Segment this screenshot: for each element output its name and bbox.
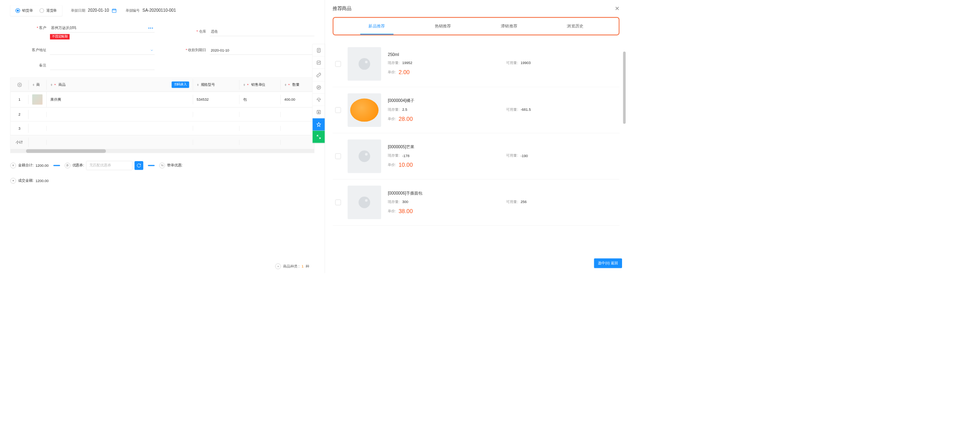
table-row[interactable]: 1 果倍爽 534532 包 400.00 (10, 92, 314, 108)
svg-point-11 (365, 199, 368, 201)
sort-icon: ▲▼ (50, 83, 53, 86)
tab-new[interactable]: 新品推荐 (344, 21, 410, 31)
svg-point-4 (317, 85, 321, 89)
col-qty[interactable]: ▲▼*数量 (281, 80, 314, 89)
field-value: SA-20200110-001 (143, 8, 176, 13)
table-header: ▲▼商 ▲▼*商品扫码录入 ▲▼规格型号 ▲▼*销售单位 ▲▼*数量 (10, 78, 314, 92)
table-row[interactable]: 3 (10, 121, 314, 135)
amount-total: ¥ 金额合计: 1200.00 (10, 163, 49, 168)
product-card[interactable]: [0000005]芒果现存量:-178可用量:-190单价:10.00 (333, 133, 619, 180)
product-checkbox[interactable] (335, 107, 341, 113)
selected-return-button[interactable]: 选中(0) 返回 (594, 258, 622, 268)
total-label: 整单优惠: (167, 163, 182, 168)
row-index: 2 (10, 110, 29, 119)
field-label: 客户地址 (10, 48, 47, 53)
deal-amount: ✦ 成交金额: 1200.00 (10, 178, 49, 184)
radio-sales-order[interactable]: 销货单 (15, 8, 33, 13)
minus-icon (148, 165, 155, 166)
product-card[interactable]: [0000006]手撕面包现存量:300可用量:256单价:38.00 (333, 179, 619, 226)
warehouse-input[interactable]: 总仓 (210, 27, 314, 36)
tab-slow[interactable]: 滞销推荐 (476, 21, 542, 31)
input-value: 苏州万达沃尔玛 (51, 26, 76, 31)
svg-point-10 (359, 197, 370, 208)
product-thumbnail (32, 94, 43, 105)
product-name: 250ml (388, 52, 617, 57)
svg-point-7 (365, 61, 368, 63)
field-label: *收款到期日 (170, 48, 206, 53)
row-spec[interactable]: 534532 (193, 95, 239, 104)
kinds-icon: ≡ (275, 263, 281, 269)
address-select[interactable] (50, 46, 155, 55)
scrollbar-thumb[interactable] (26, 149, 106, 153)
close-icon[interactable]: ✕ (615, 5, 620, 12)
product-info: [0000004]橘子现存量:2.5可用量:-681.5单价:28.00 (388, 98, 617, 122)
customer-input[interactable]: 苏州万达沃尔玛 ••• (50, 24, 155, 33)
horizontal-scrollbar[interactable] (10, 149, 314, 153)
field-label: 备注 (10, 63, 47, 68)
col-spec[interactable]: ▲▼规格型号 (193, 80, 239, 89)
scan-input-button[interactable]: 扫码录入 (172, 81, 189, 88)
yen-icon: ¥ (10, 163, 16, 168)
deal-amount-row: ✦ 成交金额: 1200.00 (10, 178, 314, 184)
panel-title: 推荐商品 (333, 5, 351, 11)
calendar-icon[interactable] (112, 8, 117, 13)
product-checkbox[interactable] (335, 199, 341, 205)
settings-header[interactable] (10, 80, 29, 89)
more-icon[interactable]: ••• (148, 26, 153, 30)
discount-icon: % (159, 163, 165, 168)
tab-history[interactable]: 浏览历史 (542, 21, 608, 31)
stock-stat: 现存量:19952 (388, 60, 498, 65)
stock-stat: 现存量:-178 (388, 153, 498, 158)
rail-exchange-button[interactable] (312, 81, 325, 94)
coupon-input[interactable]: 无匹配优惠券 (86, 161, 132, 170)
price-stat: 单价:38.00 (388, 208, 498, 215)
radio-icon (39, 8, 44, 13)
row-product[interactable]: 果倍爽 (47, 95, 193, 104)
col-unit[interactable]: ▲▼*销售单位 (240, 80, 281, 89)
remark-input[interactable] (50, 61, 155, 70)
col-image[interactable]: ▲▼商 (29, 80, 47, 89)
rail-umbrella-button[interactable] (312, 93, 325, 106)
rail-expand-button[interactable] (312, 131, 325, 143)
product-checkbox[interactable] (335, 153, 341, 159)
rail-link-button[interactable] (312, 69, 325, 81)
doc-type-radio-group: 销货单 退货单 (10, 5, 62, 16)
totals-row: ¥ 金额合计: 1200.00 券 优惠券: 无匹配优惠券 % 整单优惠: (10, 161, 314, 170)
total-label: 优惠券: (72, 163, 84, 168)
input-value: 总仓 (211, 29, 218, 34)
product-card[interactable]: 250ml现存量:19952可用量:19903单价:2.00 (333, 41, 619, 87)
required-asterisk: * (247, 83, 248, 87)
rail-favorite-button[interactable] (312, 118, 325, 131)
radio-return-order[interactable]: 退货单 (39, 8, 57, 13)
product-checkbox[interactable] (335, 61, 341, 67)
refresh-coupon-button[interactable] (134, 161, 143, 170)
vertical-scrollbar[interactable] (623, 52, 626, 124)
col-product[interactable]: ▲▼*商品扫码录入 (47, 79, 193, 91)
radio-label: 退货单 (46, 8, 57, 13)
table-row[interactable]: 2 (10, 108, 314, 122)
rail-doc-button[interactable] (312, 44, 325, 56)
sort-icon: ▲▼ (284, 83, 287, 86)
tab-hot[interactable]: 热销推荐 (410, 21, 476, 31)
total-label: 金额合计: (18, 163, 33, 168)
rail-chart-button[interactable] (312, 56, 325, 69)
product-name: [0000006]手撕面包 (388, 191, 617, 196)
sort-icon: ▲▼ (196, 83, 199, 86)
row-qty[interactable]: 400.00 (281, 95, 314, 104)
recommend-panel: 推荐商品 ✕ 新品推荐 热销推荐 滞销推荐 浏览历史 250ml现存量:1995… (325, 0, 627, 273)
coupon-field: 券 优惠券: 无匹配优惠券 (64, 161, 143, 170)
product-card[interactable]: [0000004]橘子现存量:2.5可用量:-681.5单价:28.00 (333, 87, 619, 133)
price-stat: 单价:28.00 (388, 115, 498, 122)
doc-date-field[interactable]: 单据日期 2020-01-10 (70, 8, 116, 13)
product-info: 250ml现存量:19952可用量:19903单价:2.00 (388, 52, 617, 76)
field-label: 单据编号 (124, 8, 140, 13)
total-value: 1200.00 (35, 179, 48, 183)
rail-currency-button[interactable] (312, 106, 325, 118)
product-list[interactable]: 250ml现存量:19952可用量:19903单价:2.00[0000004]橘… (325, 38, 627, 273)
required-asterisk: * (54, 83, 56, 87)
row-unit[interactable]: 包 (240, 95, 281, 104)
price-stat: 单价:2.00 (388, 69, 498, 76)
available-stat: 可用量:-681.5 (506, 107, 617, 112)
due-date-input[interactable]: 2020-01-10 (210, 46, 314, 55)
stock-stat: 现存量:2.5 (388, 107, 498, 112)
